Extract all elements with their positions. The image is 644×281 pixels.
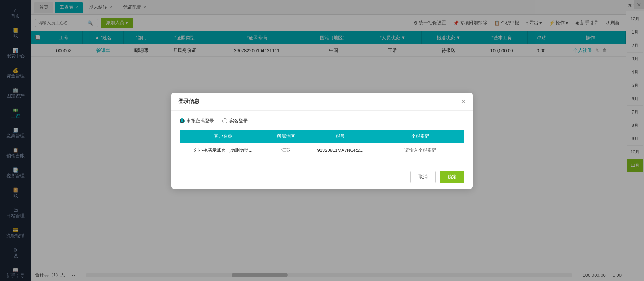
- dialog-body: 申报密码登录 实名登录 客户名称 所属地区 税号 个税密码: [171, 111, 473, 165]
- dialog-data-table: 客户名称 所属地区 税号 个税密码 刘小艳演示账套（勿删勿动... 江苏 913…: [180, 130, 464, 158]
- radio-realname-login[interactable]: 实名登录: [222, 118, 248, 124]
- tax-password-input[interactable]: [382, 148, 459, 153]
- radio-password-label: 申报密码登录: [187, 118, 214, 124]
- dialog-col-password: 个税密码: [376, 130, 464, 143]
- dialog-password-cell[interactable]: [376, 143, 464, 158]
- dialog-table-row: 刘小艳演示账套（勿删勿动... 江苏 91320811MA7NGR2...: [180, 143, 464, 158]
- dialog-header: 登录信息 ✕: [171, 93, 473, 111]
- login-type-radio-group: 申报密码登录 实名登录: [180, 118, 464, 124]
- dialog-overlay: 登录信息 ✕ 申报密码登录 实名登录 客户名称 所属地区: [0, 0, 644, 281]
- radio-password-login[interactable]: 申报密码登录: [180, 118, 214, 124]
- dialog-client-name: 刘小艳演示账套（勿删勿动...: [180, 143, 267, 158]
- radio-realname-label: 实名登录: [229, 118, 248, 124]
- cancel-button[interactable]: 取消: [410, 171, 436, 183]
- dialog-col-taxno: 税号: [304, 130, 376, 143]
- radio-realname-input[interactable]: [222, 118, 227, 123]
- dialog-tax-no: 91320811MA7NGR2...: [304, 143, 376, 158]
- confirm-button[interactable]: 确定: [440, 171, 464, 183]
- dialog-title: 登录信息: [178, 98, 199, 105]
- dialog-close-button[interactable]: ✕: [461, 98, 466, 105]
- dialog-col-region: 所属地区: [267, 130, 304, 143]
- login-dialog: 登录信息 ✕ 申报密码登录 实名登录 客户名称 所属地区: [171, 93, 473, 189]
- dialog-col-client: 客户名称: [180, 130, 267, 143]
- dialog-footer: 取消 确定: [171, 165, 473, 189]
- radio-password-input[interactable]: [180, 118, 185, 123]
- dialog-region: 江苏: [267, 143, 304, 158]
